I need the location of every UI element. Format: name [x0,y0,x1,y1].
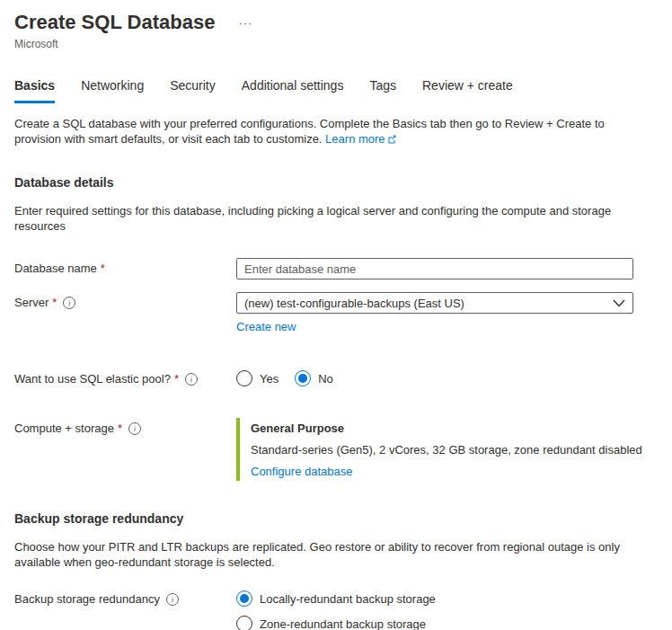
compute-storage-row: Compute + storage* i General Purpose Sta… [14,418,658,481]
tab-basics[interactable]: Basics [14,75,55,103]
chevron-down-icon [613,297,625,310]
elastic-pool-option-no[interactable]: No [295,370,333,386]
elastic-pool-label: Want to use SQL elastic pool?* i [14,368,236,386]
compute-storage-label: Compute + storage* i [14,418,236,435]
tier-description: Standard-series (Gen5), 2 vCores, 32 GB … [251,443,658,457]
tab-security[interactable]: Security [170,75,216,103]
info-icon[interactable]: i [63,297,75,309]
required-asterisk: * [52,296,57,309]
selected-tier-box: General Purpose Standard-series (Gen5), … [236,418,658,481]
learn-more-link[interactable]: Learn more [325,132,396,146]
radio-unselected-icon [236,616,252,630]
required-asterisk: * [101,262,105,275]
header: Create SQL Database ··· [14,11,658,34]
required-asterisk: * [174,372,179,386]
info-icon[interactable]: i [128,422,141,435]
backup-redundancy-heading: Backup storage redundancy [14,511,658,526]
create-sql-database-pane: Create SQL Database ··· Microsoft Basics… [0,0,672,630]
publisher-label: Microsoft [14,38,658,50]
intro-text: Create a SQL database with your preferre… [14,117,605,146]
server-dropdown[interactable]: (new) test-configurable-backups (East US… [236,292,633,314]
tab-review-create[interactable]: Review + create [422,75,513,103]
tier-name: General Purpose [251,419,658,435]
elastic-pool-row: Want to use SQL elastic pool?* i Yes No [14,368,658,386]
backup-redundancy-row: Backup storage redundancy i Locally-redu… [14,589,658,630]
configure-database-link[interactable]: Configure database [251,465,352,478]
backup-redundancy-label: Backup storage redundancy i [14,589,236,606]
radio-selected-icon [236,590,252,607]
server-row: Server* i (new) test-configurable-backup… [14,292,658,334]
info-icon[interactable]: i [166,593,179,606]
tab-tags[interactable]: Tags [369,75,396,103]
elastic-pool-option-yes[interactable]: Yes [236,370,279,386]
database-name-row: Database name* [14,258,658,280]
info-icon[interactable]: i [185,373,198,386]
radio-selected-icon [295,370,311,386]
database-name-label: Database name* [14,258,236,275]
tab-bar: Basics Networking Security Additional se… [14,75,658,103]
tab-additional-settings[interactable]: Additional settings [242,75,344,103]
more-options-icon[interactable]: ··· [238,16,252,30]
create-new-link[interactable]: Create new [236,320,296,333]
tab-networking[interactable]: Networking [81,75,144,103]
database-details-heading: Database details [14,175,658,190]
page-title: Create SQL Database [14,11,215,34]
database-details-description: Enter required settings for this databas… [14,203,643,234]
required-asterisk: * [118,421,122,435]
intro-paragraph: Create a SQL database with your preferre… [14,116,649,147]
external-link-icon [387,132,397,147]
backup-option-locally-redundant[interactable]: Locally-redundant backup storage [236,590,658,607]
database-name-input[interactable] [236,258,633,280]
backup-redundancy-description: Choose how your PITR and LTR backups are… [14,539,643,570]
backup-option-zone-redundant[interactable]: Zone-redundant backup storage [236,616,658,630]
radio-unselected-icon [236,370,252,386]
server-label: Server* i [14,292,236,309]
server-dropdown-value: (new) test-configurable-backups (East US… [244,297,464,310]
